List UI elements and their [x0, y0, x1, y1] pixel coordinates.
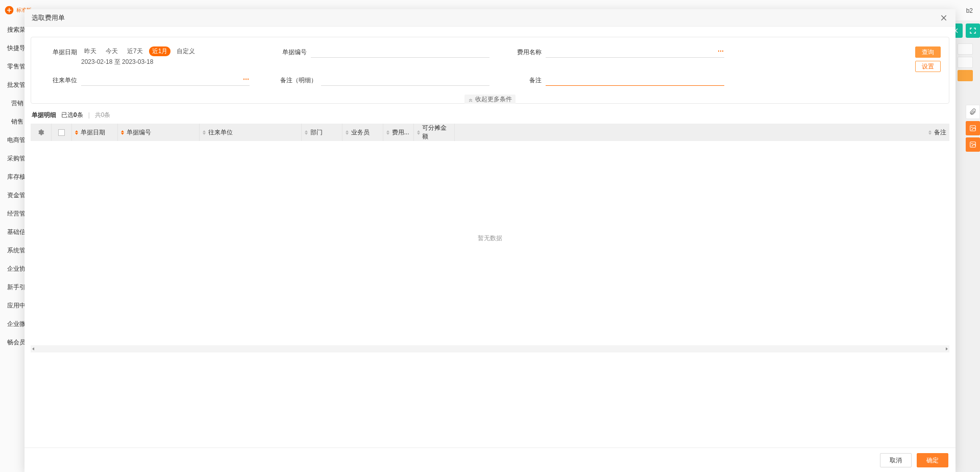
preset-month[interactable]: 近1月 [149, 46, 171, 56]
sort-icon[interactable] [417, 129, 421, 135]
col-dept[interactable]: 部门 [310, 128, 323, 137]
sort-icon[interactable] [346, 129, 350, 135]
float-image-icon-2[interactable] [966, 137, 980, 152]
collapse-more-button[interactable]: 收起更多条件 [464, 95, 516, 104]
note-detail-input[interactable] [321, 75, 489, 86]
sort-icon[interactable] [928, 129, 933, 135]
modal-overlay: 选取费用单 查询 设置 单据日期 昨天 [0, 0, 980, 472]
collapse-label: 收起更多条件 [475, 96, 512, 103]
party-input[interactable] [81, 75, 250, 86]
setting-button[interactable]: 设置 [915, 61, 941, 72]
bill-date-label: 单据日期 [45, 46, 81, 58]
col-operator[interactable]: 业务员 [351, 128, 370, 137]
filter-panel: 查询 设置 单据日期 昨天 今天 近7天 近1月 自定义 [31, 37, 949, 104]
col-remark[interactable]: 备注 [934, 128, 946, 137]
bill-no-input[interactable] [311, 46, 489, 58]
image-icon [969, 141, 976, 148]
fee-name-label: 费用名称 [510, 46, 546, 58]
search-button[interactable]: 查询 [915, 46, 941, 58]
float-attach-icon[interactable] [966, 105, 980, 119]
col-billno[interactable]: 单据编号 [127, 128, 151, 137]
col-date[interactable]: 单据日期 [81, 128, 105, 137]
note-detail-label: 备注（明细） [275, 75, 321, 86]
table-empty-state: 暂无数据 [31, 141, 949, 335]
select-expense-modal: 选取费用单 查询 设置 单据日期 昨天 [24, 9, 955, 472]
ok-button[interactable]: 确定 [917, 453, 948, 467]
preset-custom[interactable]: 自定义 [174, 46, 198, 56]
sort-icon[interactable] [386, 129, 390, 135]
sort-icon[interactable] [203, 129, 207, 135]
sort-icon[interactable] [305, 129, 309, 135]
preset-week[interactable]: 近7天 [124, 46, 146, 56]
select-all-checkbox[interactable] [58, 129, 65, 136]
gear-icon[interactable] [37, 129, 44, 136]
fee-name-more-icon[interactable]: ⋯ [718, 48, 724, 55]
preset-today[interactable]: 今天 [103, 46, 121, 56]
note-input[interactable] [546, 75, 724, 86]
table-section-title: 单据明细 [32, 111, 56, 120]
modal-title: 选取费用单 [32, 13, 65, 22]
image-icon [969, 125, 976, 132]
horizontal-scrollbar[interactable] [31, 345, 949, 352]
expense-table: 单据日期 单据编号 [31, 124, 949, 141]
sort-icon[interactable] [121, 129, 125, 135]
paperclip-icon [969, 108, 976, 115]
sort-icon[interactable] [75, 129, 79, 135]
col-amount[interactable]: 可分摊金额 [422, 124, 451, 141]
preset-yesterday[interactable]: 昨天 [81, 46, 100, 56]
col-fee[interactable]: 费用... [392, 128, 409, 137]
col-party[interactable]: 往来单位 [208, 128, 233, 137]
selected-count: 已选0条 [61, 111, 83, 120]
bill-no-label: 单据编号 [275, 46, 311, 58]
float-image-icon-1[interactable] [966, 121, 980, 135]
note-label: 备注 [510, 75, 546, 86]
svg-point-3 [971, 143, 972, 144]
date-range-display[interactable]: 2023-02-18 至 2023-03-18 [81, 58, 198, 66]
cancel-button[interactable]: 取消 [880, 453, 912, 467]
table-meta: 单据明细 已选0条 | 共0条 [32, 111, 949, 120]
party-more-icon[interactable]: ⋯ [243, 76, 250, 83]
chevron-up-double-icon [468, 97, 473, 102]
modal-close-button[interactable] [939, 13, 948, 22]
total-count: 共0条 [95, 111, 111, 120]
close-icon [940, 14, 947, 21]
svg-point-1 [971, 127, 972, 128]
fee-name-input[interactable] [546, 46, 724, 58]
party-label: 往来单位 [45, 75, 81, 86]
